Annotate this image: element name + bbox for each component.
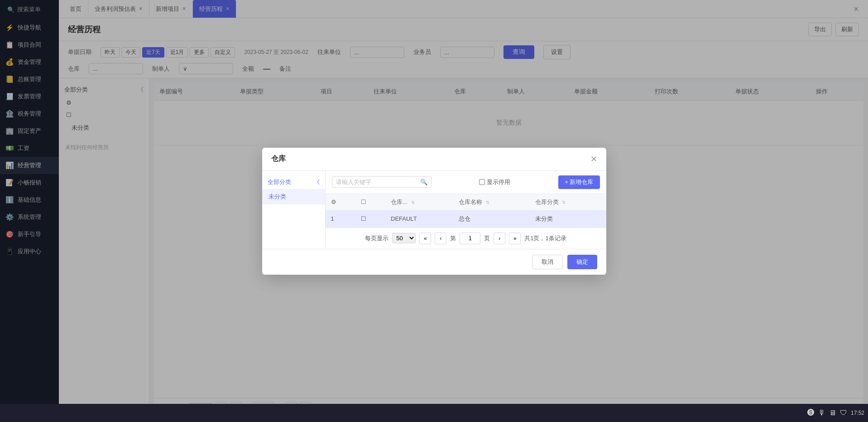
row-code: DEFAULT — [385, 210, 453, 227]
taskbar-shield-icon: 🛡 — [840, 409, 847, 417]
modal-page-suffix: 页 — [484, 234, 490, 243]
taskbar-time: 17:52 — [851, 410, 864, 416]
modal-next-btn[interactable]: › — [494, 233, 505, 244]
modal-prev-btn[interactable]: ‹ — [435, 233, 446, 244]
modal-overlay[interactable]: 仓库 ✕ 全部分类 《 未分类 🔍 — [0, 0, 868, 422]
taskbar: 🅢 🎙 🖥 🛡 17:52 — [0, 404, 868, 422]
taskbar-screen-icon: 🖥 — [829, 409, 836, 417]
taskbar-s-icon: 🅢 — [807, 409, 815, 417]
show-disabled-checkbox-group[interactable]: 显示停用 — [479, 178, 510, 186]
modal-footer: 取消 确定 — [262, 249, 606, 275]
confirm-button[interactable]: 确定 — [567, 255, 597, 269]
modal-col-name-label: 仓库名称 — [459, 199, 482, 205]
row-category: 未分类 — [530, 210, 606, 227]
modal-toolbar: 🔍 显示停用 + 新增仓库 — [326, 171, 606, 194]
table-row[interactable]: 1 ☐ DEFAULT 总仓 未分类 — [326, 210, 606, 227]
modal-table: ⚙ ☐ 仓库... ⇅ 仓库名称 ⇅ — [326, 194, 606, 228]
taskbar-right: 🅢 🎙 🖥 🛡 17:52 — [807, 409, 864, 417]
modal-col-settings[interactable]: ⚙ — [326, 194, 355, 211]
modal-sidebar-uncategorized: 未分类 — [269, 193, 286, 200]
sort-icon-category: ⇅ — [562, 200, 566, 205]
cancel-button[interactable]: 取消 — [532, 255, 563, 269]
modal-col-category: 仓库分类 ⇅ — [530, 194, 606, 211]
row-name: 总仓 — [453, 210, 530, 227]
modal-table-wrap: ⚙ ☐ 仓库... ⇅ 仓库名称 ⇅ — [326, 194, 606, 228]
modal-sidebar-collapse[interactable]: 《 — [314, 178, 320, 186]
modal-search-icon: 🔍 — [420, 179, 427, 185]
taskbar-mic-icon: 🎙 — [818, 409, 825, 417]
modal-per-page-label: 每页显示 — [365, 234, 388, 243]
modal-per-page-select[interactable]: 50 100 — [392, 233, 416, 243]
modal-col-category-label: 仓库分类 — [535, 199, 559, 205]
modal-page-label: 第 — [450, 234, 456, 243]
warehouse-modal: 仓库 ✕ 全部分类 《 未分类 🔍 — [262, 148, 606, 275]
modal-title: 仓库 — [271, 154, 286, 164]
modal-col-code: 仓库... ⇅ — [385, 194, 453, 211]
modal-total: 共1页，1条记录 — [524, 234, 566, 243]
modal-pagination: 每页显示 50 100 « ‹ 第 页 › » 共1页，1条记录 — [326, 228, 606, 249]
modal-close-button[interactable]: ✕ — [590, 154, 597, 164]
modal-col-code-label: 仓库... — [391, 199, 408, 205]
modal-search-input[interactable] — [336, 179, 420, 185]
sort-icon-code: ⇅ — [411, 200, 415, 205]
modal-last-btn[interactable]: » — [509, 233, 521, 244]
modal-col-name: 仓库名称 ⇅ — [453, 194, 530, 211]
modal-header: 仓库 ✕ — [262, 148, 606, 171]
modal-page-input[interactable] — [460, 233, 480, 244]
modal-sidebar-header: 全部分类 《 — [262, 175, 325, 189]
modal-sidebar: 全部分类 《 未分类 — [262, 171, 326, 249]
row-checkbox[interactable]: ☐ — [355, 210, 385, 227]
show-disabled-checkbox[interactable] — [479, 179, 485, 185]
modal-body: 全部分类 《 未分类 🔍 显示停用 — [262, 171, 606, 249]
modal-search-box[interactable]: 🔍 — [332, 176, 432, 188]
row-num: 1 — [326, 210, 355, 227]
modal-sidebar-title: 全部分类 — [268, 178, 291, 186]
show-disabled-label: 显示停用 — [487, 178, 510, 186]
sort-icon-name: ⇅ — [486, 200, 489, 205]
modal-col-check[interactable]: ☐ — [355, 194, 385, 211]
modal-first-btn[interactable]: « — [419, 233, 431, 244]
modal-sidebar-item-uncategorized[interactable]: 未分类 — [262, 189, 325, 204]
add-warehouse-button[interactable]: + 新增仓库 — [558, 175, 599, 189]
modal-main: 🔍 显示停用 + 新增仓库 ⚙ ☐ — [326, 171, 606, 249]
